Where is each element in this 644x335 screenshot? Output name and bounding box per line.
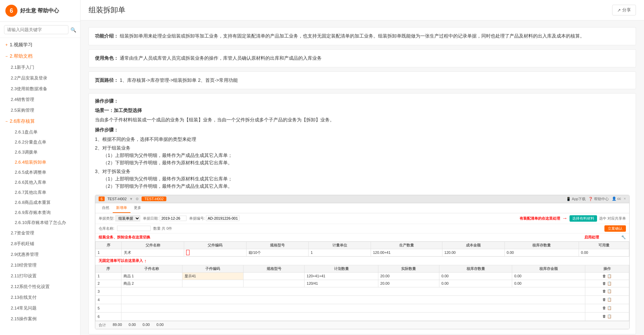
sidebar-item-cases[interactable]: 2.15操作案例: [0, 314, 80, 324]
sidebar-item-goodscost[interactable]: 2.6.8商品成本重算: [0, 198, 80, 208]
sidebar-item-inventory[interactable]: − 2.6库存核算: [0, 116, 80, 127]
sidebar-item-split[interactable]: 2.6.2分量盘点单: [0, 137, 80, 147]
ss-t2-stockamt1: 0.00: [512, 272, 585, 280]
sidebar-item-faq[interactable]: 2.14常见问题: [0, 303, 80, 314]
ss-nav-new[interactable]: 新增单: [113, 203, 130, 213]
ss-arrow-up: ↑: [144, 258, 147, 264]
ss-footer-t2: 0.00: [129, 323, 136, 328]
table-row: 6 🗑 📋: [96, 312, 629, 321]
ss-t1-h3: 父件编码: [184, 241, 246, 249]
sidebar-item-finance[interactable]: 2.7资金管理: [0, 228, 80, 238]
ss-arrow1: →: [562, 215, 568, 221]
intro-label: 功能介绍：: [95, 33, 118, 39]
sidebar-item-coupon[interactable]: 2.9优惠券管理: [0, 249, 80, 260]
ss-t1-h4: 规格型号: [246, 241, 309, 249]
logo-icon: 6: [5, 5, 17, 17]
ss-footer-label: 合计: [99, 323, 106, 328]
sidebar-item-new[interactable]: 2.1新手入门: [0, 62, 80, 73]
ss-enable-label: 启用处理: [584, 235, 599, 240]
sidebar-item-data[interactable]: 2.3使用前数据准备: [0, 83, 80, 94]
sidebar-item-error[interactable]: 2.6.10库存账本错了怎么办: [0, 218, 80, 228]
ss-bar: 6 TEST-H002 ▼ ⚙ TEST-H002 📱 App下载 ❓ 帮助中心…: [95, 195, 629, 203]
ss-t1-stock: 0.00: [504, 249, 579, 256]
ss-t1-h5: 计量单位: [309, 241, 371, 249]
ss-t2-h-op: 操作: [585, 265, 629, 272]
ss-t2-seq2: 2: [96, 280, 121, 287]
ss-t2-h-name: 子件名称: [121, 265, 182, 272]
step2-sub2: （2）下部明细为子件明细，最终作为原材料生成其它出库单。: [103, 160, 630, 166]
sidebar-item-install[interactable]: 2.2产品安装及登录: [0, 73, 80, 83]
sidebar-item-custom[interactable]: 2.12系统个性化设置: [0, 281, 80, 292]
sidebar-item-stocktake[interactable]: 2.6.1盘点单: [0, 127, 80, 137]
sidebar-item-inother[interactable]: 2.6.6其他入库单: [0, 177, 80, 187]
step3-sub1: （1）上部明细为父件明细，最终作为原材料生成其它出库单；: [103, 176, 630, 182]
ss-nav-home[interactable]: 自然: [99, 203, 113, 213]
ss-confirm-btn[interactable]: 立案确认: [604, 225, 626, 232]
ss-t2-h-actual: 实际数量: [378, 265, 439, 272]
screenshot-inner: 6 TEST-H002 ▼ ⚙ TEST-H002 📱 App下载 ❓ 帮助中心…: [95, 195, 629, 329]
ss-nav-more[interactable]: 更多: [130, 203, 145, 213]
ss-t2-op1: 🗑 📋: [585, 272, 629, 280]
ss-t2-op5: 🗑 📋: [585, 304, 629, 312]
ss-t2-spec2: [244, 280, 305, 287]
sidebar-item-assembly[interactable]: 2.6.4组装拆卸单: [0, 157, 80, 167]
ss-type-field: 单据类型: 组装单据 拆卸单据: [99, 215, 140, 221]
step1: 1、根据不同的业务，选择不同单据的类型来处理: [95, 136, 630, 143]
sidebar-item-mobile[interactable]: 2.8手机旺铺: [0, 238, 80, 249]
ss-t1-code: [184, 249, 246, 256]
ss-no-label: 单据编号:: [189, 216, 205, 221]
ss-assembly-row: 组装业务、拆卸业务在这里切换 启用处理 🔧: [95, 233, 629, 241]
sidebar-item-ledger[interactable]: 2.6.9库存账本查询: [0, 208, 80, 218]
ss-date-input[interactable]: [160, 216, 186, 221]
ss-t1-h6: 生产数量: [371, 241, 442, 249]
path-text: 1、库存核算->库存管理->组装拆卸单 2、首页->常用功能: [120, 77, 238, 83]
ss-action-btn: 选中 对应共享单: [599, 216, 626, 221]
search-box: 🔍: [0, 22, 80, 38]
nav-section: + 1.视频学习 − 2.帮助文档 2.1新手入门 2.2产品安装及登录 2.3…: [0, 38, 80, 326]
sidebar-item-operation[interactable]: 2.10经营管理: [0, 260, 80, 271]
ss-table1-header: 序 父件名称 父件编码 规格型号 计量单位 生产数量 成本金额 核库存数量 可用…: [96, 241, 629, 249]
docs-sub-items: 2.1新手入门 2.2产品安装及登录 2.3使用前数据准备 2.4销售管理 2.…: [0, 62, 80, 324]
sidebar-item-video[interactable]: + 1.视频学习: [0, 39, 80, 51]
ss-form-right: 有装配清单的在这里处理 → 选择有料材料 选中 对应共享单: [242, 215, 626, 222]
sidebar-item-sales[interactable]: 2.4销售管理: [0, 94, 80, 105]
ss-type-select[interactable]: 组装单据 拆卸单据: [115, 215, 140, 221]
ss-date-label: 单据日期:: [143, 216, 159, 221]
ss-t2-op3: 🗑 📋: [585, 287, 629, 295]
ss-process-btn[interactable]: 选择有料材料: [570, 215, 597, 222]
ss-bar-right: 📱 App下载 ❓ 帮助中心 👤 cc ×: [169, 197, 626, 202]
ss-no-input[interactable]: [206, 216, 239, 221]
ss-bar-id: TEST-H002: [107, 197, 126, 201]
ss-switch-icon: 🔧: [621, 235, 626, 239]
ss-t2-code2: [182, 280, 243, 287]
sidebar-item-print[interactable]: 2.11打印设置: [0, 271, 80, 281]
sidebar-item-purchase[interactable]: 2.5采购管理: [0, 105, 80, 116]
search-icon[interactable]: 🔍: [70, 27, 76, 33]
ss-help-icon: ❓ 帮助中心: [588, 197, 609, 202]
ops-title: 操作步骤：: [95, 98, 630, 104]
ss-t2-seq6: 6: [96, 312, 121, 321]
sidebar-item-docs[interactable]: − 2.帮助文档: [0, 51, 80, 62]
ss-warehouse-input[interactable]: [117, 226, 151, 231]
ss-t2-plan1: 120+41+41: [305, 272, 378, 280]
ss-t2-op2: 🗑 📋: [585, 280, 629, 287]
sidebar-item-outother[interactable]: 2.6.7其他出库单: [0, 187, 80, 198]
role-label: 使用角色：: [95, 55, 118, 61]
ss-orange-btn[interactable]: TEST-H002: [142, 197, 166, 201]
ss-close-icon[interactable]: ×: [624, 197, 626, 202]
share-button[interactable]: ↗ 分享: [612, 5, 636, 15]
sidebar-item-online[interactable]: 2.13在线支付: [0, 292, 80, 303]
inventory-minus-icon: −: [5, 119, 8, 124]
ss-nav: 自然 新增单 更多: [95, 203, 629, 213]
intro-section: 功能介绍： 组装拆卸单用来处理企业组装或拆卸等加工业务，支持有固定装配清单的产品…: [89, 27, 636, 45]
step2: 2、对于组装业务: [95, 145, 630, 151]
inventory-sub-items: 2.6.1盘点单 2.6.2分量盘点单 2.6.3调拨单 2.6.4组装拆卸单 …: [0, 127, 80, 228]
sidebar-item-adjust[interactable]: 2.6.3调拨单: [0, 147, 80, 157]
sidebar-item-cost[interactable]: 2.6.5成本调整单: [0, 167, 80, 177]
search-input[interactable]: [4, 25, 68, 34]
ss-footer: 合计 89.00 0.00 0.00 0.00: [95, 321, 629, 329]
ss-t2-empty6: [121, 312, 585, 321]
ss-t1-spec: 箱/10个: [246, 249, 309, 256]
ss-unlimited-label: 无固定清单可以在这里录入: [99, 258, 143, 263]
ss-form-row2: 仓库名称: 数量 共 0件 立案确认: [95, 224, 629, 233]
